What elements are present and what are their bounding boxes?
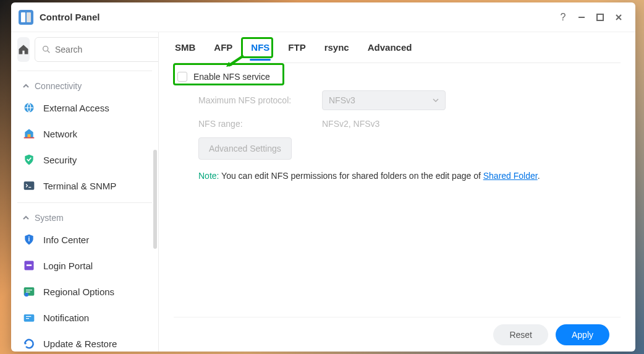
- terminal-icon: [22, 179, 36, 192]
- max-proto-value: NFSv3: [329, 95, 355, 105]
- nfs-range-value: NFSv2, NFSv3: [322, 119, 379, 129]
- regional-icon: [22, 285, 36, 298]
- svg-point-13: [25, 293, 29, 297]
- footer: Reset Apply: [174, 317, 621, 352]
- section-label: Connectivity: [35, 81, 82, 91]
- chevron-up-icon: [22, 214, 30, 222]
- main-panel: SMB AFP NFS FTP rsync Advanced Enable NF…: [159, 32, 635, 352]
- scrollbar[interactable]: [153, 150, 157, 249]
- nfs-range-label: NFS range:: [198, 119, 322, 129]
- advanced-settings-button[interactable]: Advanced Settings: [198, 137, 292, 160]
- network-icon: [22, 127, 36, 140]
- sidebar-item-info-center[interactable]: i Info Center: [17, 227, 152, 253]
- tab-smb[interactable]: SMB: [174, 35, 197, 60]
- sidebar-item-label: Update & Restore: [43, 339, 117, 349]
- portal-icon: [22, 259, 36, 272]
- tab-bar: SMB AFP NFS FTP rsync Advanced: [174, 32, 621, 63]
- app-icon: [19, 10, 33, 25]
- svg-line-5: [48, 51, 49, 53]
- tab-ftp[interactable]: FTP: [287, 35, 307, 60]
- chevron-up-icon: [22, 82, 30, 90]
- svg-rect-1: [597, 14, 603, 20]
- sidebar-item-label: Login Portal: [43, 261, 93, 271]
- enable-nfs-checkbox[interactable]: [177, 72, 187, 82]
- sidebar: Connectivity External Access Network Sec…: [11, 32, 158, 352]
- home-button[interactable]: [17, 37, 30, 62]
- maximize-button[interactable]: [591, 8, 609, 27]
- close-button[interactable]: [609, 8, 628, 27]
- update-icon: [22, 337, 36, 350]
- svg-point-4: [43, 46, 48, 51]
- note-text: Note: You can edit NFS permissions for s…: [198, 171, 621, 181]
- tab-content: Enable NFS service Maximum NFS protocol:…: [174, 63, 621, 317]
- svg-text:i: i: [28, 236, 30, 243]
- sidebar-item-external-access[interactable]: External Access: [17, 95, 152, 121]
- max-proto-select[interactable]: NFSv3: [322, 90, 446, 110]
- note-body: You can edit NFS permissions for shared …: [219, 171, 483, 181]
- notification-icon: [22, 311, 36, 324]
- svg-rect-11: [27, 264, 32, 266]
- home-icon: [17, 43, 30, 56]
- shared-folder-link[interactable]: Shared Folder: [483, 171, 538, 181]
- svg-rect-8: [24, 181, 35, 189]
- section-connectivity[interactable]: Connectivity: [17, 77, 152, 95]
- sidebar-item-label: Security: [43, 155, 77, 165]
- note-period: .: [538, 171, 540, 181]
- svg-rect-7: [28, 134, 31, 138]
- sidebar-item-security[interactable]: Security: [17, 147, 152, 173]
- sidebar-item-label: Network: [43, 129, 77, 139]
- minimize-button[interactable]: [572, 8, 591, 27]
- section-label: System: [35, 213, 64, 223]
- shield-icon: [22, 153, 36, 166]
- search-icon: [41, 45, 51, 54]
- sidebar-item-login-portal[interactable]: Login Portal: [17, 253, 152, 278]
- sidebar-item-update-restore[interactable]: Update & Restore: [17, 330, 152, 352]
- search-field[interactable]: [55, 45, 158, 54]
- sidebar-item-notification[interactable]: Notification: [17, 304, 152, 330]
- tab-nfs[interactable]: NFS: [250, 35, 271, 60]
- window-title: Control Panel: [40, 12, 554, 22]
- sidebar-item-network[interactable]: Network: [17, 121, 152, 147]
- tab-rsync[interactable]: rsync: [323, 35, 350, 60]
- search-input[interactable]: [35, 37, 158, 62]
- globe-icon: [22, 101, 36, 114]
- sidebar-item-label: External Access: [43, 103, 109, 113]
- section-system[interactable]: System: [17, 209, 152, 227]
- control-panel-window: Control Panel ?: [11, 2, 635, 352]
- enable-nfs-label: Enable NFS service: [193, 72, 270, 82]
- max-proto-label: Maximum NFS protocol:: [198, 95, 322, 105]
- tab-advanced[interactable]: Advanced: [366, 35, 413, 60]
- sidebar-item-label: Notification: [43, 313, 89, 323]
- sidebar-item-regional-options[interactable]: Regional Options: [17, 278, 152, 304]
- info-icon: i: [22, 233, 36, 246]
- sidebar-item-label: Regional Options: [43, 287, 114, 297]
- sidebar-item-label: Terminal & SNMP: [43, 181, 116, 191]
- help-button[interactable]: ?: [554, 8, 572, 27]
- sidebar-item-terminal-snmp[interactable]: Terminal & SNMP: [17, 173, 152, 199]
- chevron-down-icon: [433, 97, 439, 103]
- tab-afp[interactable]: AFP: [213, 35, 234, 60]
- apply-button[interactable]: Apply: [556, 324, 609, 345]
- reset-button[interactable]: Reset: [493, 324, 548, 345]
- titlebar: Control Panel ?: [11, 2, 635, 32]
- sidebar-item-label: Info Center: [43, 235, 89, 245]
- note-label: Note:: [198, 171, 219, 181]
- svg-rect-14: [24, 314, 35, 322]
